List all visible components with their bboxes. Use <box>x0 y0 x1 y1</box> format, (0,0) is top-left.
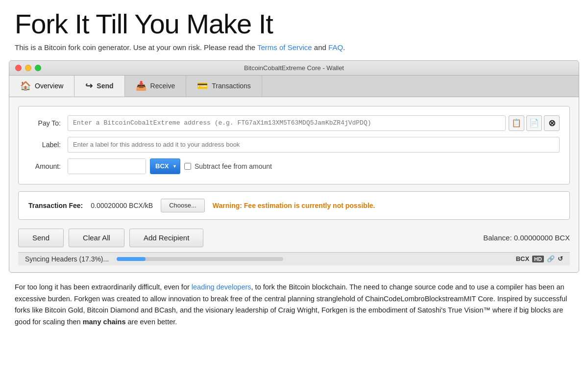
action-row: Send Clear All Add Recipient Balance: 0.… <box>18 227 570 252</box>
address-book-icon: 📋 <box>512 118 521 128</box>
amount-input[interactable] <box>68 159 146 174</box>
clear-address-button[interactable]: ⊗ <box>544 115 560 131</box>
wallet-window: BitcoinCobaltExtreme Core - Wallet 🏠 Ove… <box>9 60 579 273</box>
paste-address-button[interactable]: 📄 <box>526 115 542 131</box>
status-right: BCX HD 🔗 ↺ <box>516 255 563 262</box>
label-label: Label: <box>28 141 68 149</box>
address-book-button[interactable]: 📋 <box>509 115 524 131</box>
tab-send-label: Send <box>97 82 113 90</box>
tab-receive[interactable]: 📥 Receive <box>125 76 187 97</box>
fee-value: 0.00020000 BCX/kB <box>91 202 153 209</box>
sync-progress-bar <box>117 257 283 261</box>
fee-card: Transaction Fee: 0.00020000 BCX/kB Choos… <box>18 191 570 220</box>
many-chains-bold: many chains <box>83 318 126 326</box>
send-icon: ↪ <box>85 80 93 91</box>
subtract-fee-checkbox[interactable] <box>184 163 191 170</box>
nav-tabs: 🏠 Overview ↪ Send 📥 Receive 💳 Transactio… <box>9 76 579 97</box>
tab-transactions-label: Transactions <box>212 82 251 90</box>
status-bar: Syncing Headers (17.3%)... BCX HD 🔗 ↺ <box>18 252 570 265</box>
fee-label: Transaction Fee: <box>28 202 83 209</box>
pay-to-label: Pay To: <box>28 119 68 127</box>
home-icon: 🏠 <box>20 80 31 91</box>
subtract-fee-label: Subtract fee from amount <box>195 162 272 170</box>
transactions-icon: 💳 <box>197 80 208 91</box>
balance-display: Balance: 0.00000000 BCX <box>483 234 570 242</box>
faq-link[interactable]: FAQ <box>328 43 343 52</box>
status-chain-icon: 🔗 <box>547 255 555 262</box>
page-subtitle: This is a Bitcoin fork coin generator. U… <box>15 43 573 52</box>
choose-fee-button[interactable]: Choose... <box>161 199 205 212</box>
subtract-fee-row: Subtract fee from amount <box>184 162 272 170</box>
tab-receive-label: Receive <box>150 82 175 90</box>
window-body: Pay To: 📋 📄 ⊗ Label: <box>9 97 579 272</box>
page-header: Fork It Till You Make It This is a Bitco… <box>0 0 588 55</box>
tab-send[interactable]: ↪ Send <box>74 76 124 97</box>
leading-developers-link[interactable]: leading developers <box>192 283 251 291</box>
maximize-window-button[interactable] <box>35 65 41 71</box>
pay-to-input[interactable] <box>68 115 506 131</box>
clear-all-button[interactable]: Clear All <box>69 229 124 247</box>
label-row: Label: <box>28 137 560 153</box>
status-refresh-icon[interactable]: ↺ <box>558 255 563 262</box>
fee-warning: Warning: Fee estimation is currently not… <box>213 202 375 209</box>
window-titlebar: BitcoinCobaltExtreme Core - Wallet <box>9 61 579 76</box>
add-recipient-button[interactable]: Add Recipient <box>129 229 203 247</box>
hd-badge: HD <box>532 256 544 262</box>
amount-label: Amount: <box>28 162 68 170</box>
tab-overview-label: Overview <box>35 82 63 90</box>
description: For too long it has been extraordinarily… <box>0 273 588 338</box>
sync-progress-fill <box>117 257 146 261</box>
tab-transactions[interactable]: 💳 Transactions <box>186 76 262 97</box>
pay-to-buttons: 📋 📄 ⊗ <box>509 115 560 131</box>
label-input[interactable] <box>68 137 560 153</box>
close-window-button[interactable] <box>15 65 22 71</box>
page-title: Fork It Till You Make It <box>15 9 573 39</box>
window-title: BitcoinCobaltExtreme Core - Wallet <box>244 64 344 72</box>
currency-select[interactable]: BCX <box>150 158 180 174</box>
send-form-card: Pay To: 📋 📄 ⊗ Label: <box>18 106 570 184</box>
currency-select-wrap: BCX <box>150 158 180 174</box>
amount-input-wrap: ▲ ▼ <box>68 158 146 174</box>
window-controls <box>15 65 41 71</box>
status-currency: BCX <box>516 255 529 262</box>
receive-icon: 📥 <box>136 80 147 91</box>
tos-link[interactable]: Terms of Service <box>257 43 312 52</box>
send-button[interactable]: Send <box>18 229 64 247</box>
minimize-window-button[interactable] <box>25 65 31 71</box>
amount-controls: ▲ ▼ BCX Subtract fee from amount <box>68 158 272 174</box>
amount-row: Amount: ▲ ▼ BCX <box>28 158 560 174</box>
clear-icon: ⊗ <box>548 118 556 129</box>
sync-status-text: Syncing Headers (17.3%)... <box>25 255 109 263</box>
paste-icon: 📄 <box>529 118 539 128</box>
tab-overview[interactable]: 🏠 Overview <box>9 76 74 97</box>
pay-to-row: Pay To: 📋 📄 ⊗ <box>28 115 560 131</box>
